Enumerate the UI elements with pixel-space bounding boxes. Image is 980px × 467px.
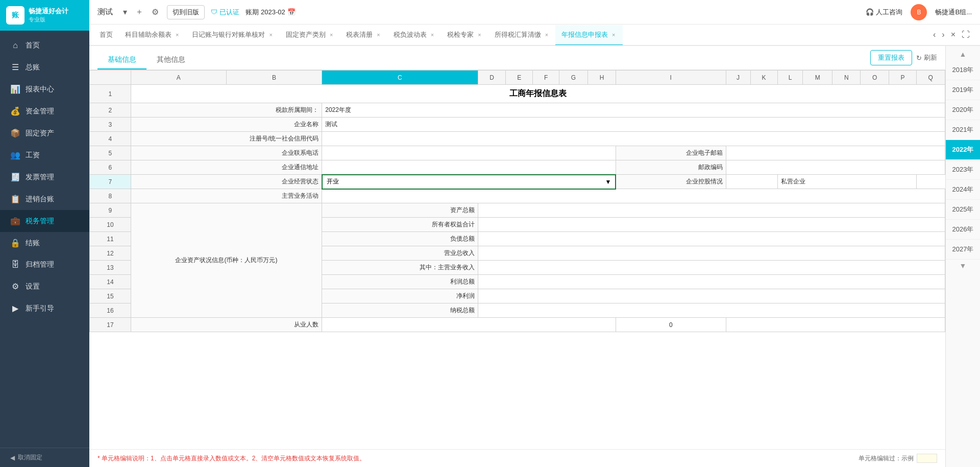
support-button[interactable]: 🎧 人工咨询 [866, 8, 902, 17]
sidebar-item-archive[interactable]: 🗄 归档管理 [0, 254, 89, 275]
dropdown-arrow-icon[interactable]: ▼ [605, 178, 611, 185]
spreadsheet-wrapper[interactable]: A B C D E F G H I J K L M [89, 70, 945, 449]
tab-close-icon[interactable]: × [430, 31, 435, 39]
col-header-g[interactable]: G [559, 71, 587, 85]
collapse-button[interactable]: ◀ 取消固定 [0, 448, 89, 467]
tab-prev-button[interactable]: ‹ [931, 28, 938, 41]
tab-close-icon[interactable]: × [329, 31, 334, 39]
sidebar-item-home[interactable]: ⌂ 首页 [0, 35, 89, 56]
value-cell[interactable] [322, 146, 616, 160]
sidebar-item-payroll[interactable]: 👥 工资 [0, 144, 89, 166]
reset-button[interactable]: 重置报表 [870, 50, 912, 65]
year-up-button[interactable]: ▲ [946, 48, 980, 60]
tab-close-icon[interactable]: × [611, 31, 616, 39]
settings-button[interactable]: ⚙ [150, 5, 161, 19]
year-item-2026[interactable]: 2026年 [946, 220, 980, 240]
subtab-basic[interactable]: 基础信息 [97, 51, 146, 69]
col-header-c[interactable]: C [322, 71, 478, 85]
refresh-button[interactable]: ↻ 刷新 [916, 53, 937, 62]
value-cell[interactable] [726, 175, 777, 189]
tab-aux-balance[interactable]: 科目辅助余额表 × [119, 25, 186, 45]
col-header-q[interactable]: Q [916, 71, 945, 85]
user-name: 畅捷通B组... [935, 8, 972, 17]
sidebar-item-ledger[interactable]: ☰ 总账 [0, 56, 89, 78]
col-header-d[interactable]: D [478, 71, 506, 85]
tab-home[interactable]: 首页 [93, 25, 119, 45]
year-item-2018[interactable]: 2018年 [946, 60, 980, 80]
col-header-k[interactable]: K [750, 71, 777, 85]
col-header-p[interactable]: P [889, 71, 916, 85]
tab-expand-button[interactable]: ⛶ [960, 28, 972, 41]
col-header-e[interactable]: E [506, 71, 533, 85]
tab-close-icon[interactable]: × [376, 31, 381, 39]
sidebar-item-closing[interactable]: 🔒 结账 [0, 232, 89, 254]
value-cell[interactable] [322, 189, 945, 203]
value-cell[interactable] [478, 289, 945, 303]
value-cell[interactable] [478, 275, 945, 289]
col-header-m[interactable]: M [803, 71, 832, 85]
value-cell[interactable] [726, 146, 945, 160]
sidebar-item-reports[interactable]: 📊 报表中心 [0, 78, 89, 100]
tab-close-all-button[interactable]: × [949, 28, 958, 41]
value-cell[interactable] [726, 160, 945, 175]
year-item-2025[interactable]: 2025年 [946, 200, 980, 220]
switch-old-version-button[interactable]: 切到旧版 [167, 5, 205, 19]
tab-journal[interactable]: 日记账与银行对账单核对 × [186, 25, 279, 45]
tab-close-icon[interactable]: × [477, 31, 482, 39]
value-cell[interactable] [478, 232, 945, 246]
tab-income-tax[interactable]: 所得税汇算清缴 × [488, 25, 555, 45]
col-header-b[interactable]: B [226, 71, 322, 85]
sidebar-item-funds[interactable]: 💰 资金管理 [0, 100, 89, 122]
tab-tax-wave[interactable]: 税负波动表 × [387, 25, 441, 45]
year-item-2027[interactable]: 2027年 [946, 240, 980, 260]
year-item-2020[interactable]: 2020年 [946, 100, 980, 120]
sidebar-item-inventory[interactable]: 📋 进销台账 [0, 188, 89, 210]
tab-fixed-asset-type[interactable]: 固定资产类别 × [280, 25, 340, 45]
value-cell[interactable] [726, 318, 945, 332]
year-item-2023[interactable]: 2023年 [946, 160, 980, 180]
sidebar-item-tax[interactable]: 💼 税务管理 [0, 210, 89, 232]
col-header-h[interactable]: H [588, 71, 616, 85]
value-cell[interactable] [322, 132, 945, 146]
value-cell[interactable]: 0 [616, 318, 726, 332]
col-header-a[interactable]: A [131, 71, 226, 85]
sidebar-item-settings[interactable]: ⚙ 设置 [0, 275, 89, 297]
year-item-2021[interactable]: 2021年 [946, 120, 980, 140]
sidebar-item-guide[interactable]: ▶ 新手引导 [0, 297, 89, 319]
col-header-l[interactable]: L [777, 71, 803, 85]
value-cell[interactable]: 私营企业 [777, 175, 916, 189]
subtab-other[interactable]: 其他信息 [146, 51, 195, 69]
col-header-i[interactable]: I [616, 71, 726, 85]
sidebar-item-assets[interactable]: 📦 固定资产 [0, 122, 89, 144]
value-cell[interactable] [478, 303, 945, 318]
value-cell[interactable] [478, 246, 945, 261]
year-down-button[interactable]: ▼ [946, 260, 980, 272]
tab-close-icon[interactable]: × [544, 31, 549, 39]
value-cell[interactable]: 2022年度 [322, 103, 945, 118]
col-header-f[interactable]: F [533, 71, 559, 85]
tab-annual-report[interactable]: 年报信息申报表 × [555, 25, 622, 45]
dropdown-cell[interactable]: 开业 ▼ [322, 175, 616, 189]
dropdown-arrow-button[interactable]: ▾ [121, 5, 129, 19]
value-cell[interactable] [322, 318, 616, 332]
col-header-o[interactable]: O [861, 71, 889, 85]
tab-close-icon[interactable]: × [175, 31, 180, 39]
tab-tax-schedule[interactable]: 税表清册 × [340, 25, 387, 45]
col-header-n[interactable]: N [832, 71, 861, 85]
tab-close-icon[interactable]: × [268, 31, 273, 39]
year-item-2022[interactable]: 2022年 [946, 140, 980, 160]
user-avatar[interactable]: B [911, 4, 927, 20]
add-button[interactable]: ＋ [133, 5, 145, 19]
calendar-icon[interactable]: 📅 [287, 8, 296, 16]
tab-next-button[interactable]: › [940, 28, 946, 41]
value-cell[interactable] [478, 261, 945, 275]
value-cell[interactable]: 测试 [322, 118, 945, 132]
col-header-j[interactable]: J [726, 71, 750, 85]
year-item-2024[interactable]: 2024年 [946, 180, 980, 200]
value-cell[interactable] [322, 160, 616, 175]
year-item-2019[interactable]: 2019年 [946, 80, 980, 100]
sidebar-item-invoice[interactable]: 🧾 发票管理 [0, 166, 89, 188]
value-cell[interactable] [478, 203, 945, 218]
tab-tax-expert[interactable]: 税检专家 × [441, 25, 488, 45]
value-cell[interactable] [478, 218, 945, 232]
